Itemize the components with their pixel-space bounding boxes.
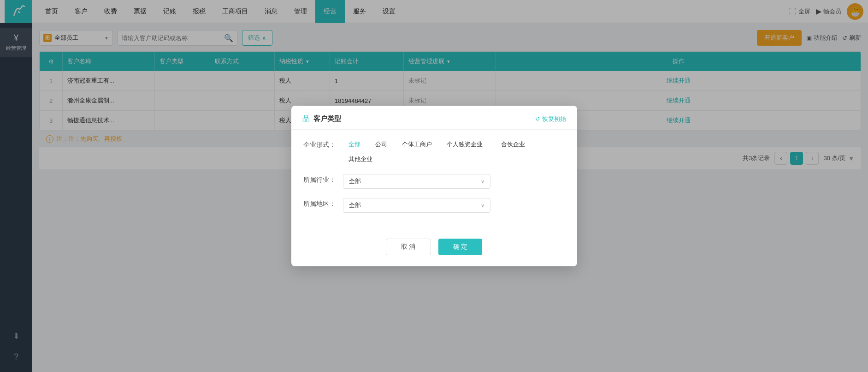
modal-body: 企业形式： 全部 公司 个体工商户 个人独资企业 合伙企业 其他企业 所属行业：… [291,130,577,231]
filter-modal: 品 客户类型 ↺ 恢复初始 企业形式： 全部 公司 个体工商户 个人独资企业 合… [291,106,577,266]
modal-overlay[interactable]: 品 客户类型 ↺ 恢复初始 企业形式： 全部 公司 个体工商户 个人独资企业 合… [0,0,868,372]
industry-row: 所属行业： 全部 ∨ [302,174,566,189]
confirm-button[interactable]: 确 定 [438,239,483,255]
region-value: 全部 [349,201,361,210]
industry-value: 全部 [349,177,361,186]
modal-footer: 取 消 确 定 [291,231,577,266]
option-partnership[interactable]: 合伙企业 [496,139,531,150]
region-row: 所属地区： 全部 ∨ [302,198,566,213]
modal-header: 品 客户类型 ↺ 恢复初始 [291,106,577,130]
restore-button[interactable]: ↺ 恢复初始 [535,115,566,123]
industry-chevron-icon: ∨ [481,179,484,185]
option-individual[interactable]: 个体工商户 [396,139,437,150]
option-sole-proprietorship[interactable]: 个人独资企业 [441,139,488,150]
region-chevron-icon: ∨ [481,203,484,209]
enterprise-options: 全部 公司 个体工商户 个人独资企业 合伙企业 其他企业 [343,139,566,165]
option-company[interactable]: 公司 [370,139,393,150]
option-all[interactable]: 全部 [343,139,366,150]
cancel-button[interactable]: 取 消 [386,239,431,255]
region-label: 所属地区： [302,198,336,208]
restore-icon: ↺ [535,115,540,122]
enterprise-form-row: 企业形式： 全部 公司 个体工商户 个人独资企业 合伙企业 其他企业 [302,139,566,165]
industry-select[interactable]: 全部 ∨ [343,174,490,189]
enterprise-form-label: 企业形式： [302,139,336,149]
option-other[interactable]: 其他企业 [343,154,378,165]
modal-title-icon: 品 [302,114,310,124]
industry-label: 所属行业： [302,174,336,184]
modal-title: 客户类型 [313,114,535,123]
region-select[interactable]: 全部 ∨ [343,198,490,213]
